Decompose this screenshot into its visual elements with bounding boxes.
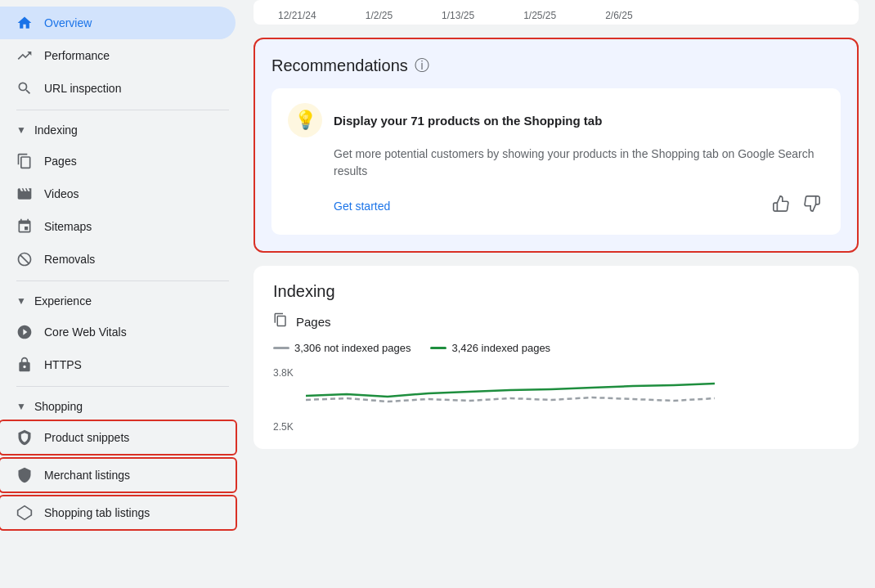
legend-dash-green bbox=[430, 347, 446, 349]
rec-description: Get more potential customers by showing … bbox=[288, 146, 824, 180]
chart-svg bbox=[306, 367, 839, 431]
search-icon bbox=[16, 80, 33, 97]
sitemap-icon bbox=[16, 218, 33, 235]
sidebar-item-product-snippets[interactable]: Product snippets bbox=[0, 421, 236, 454]
legend-label-indexed: 3,426 indexed pages bbox=[451, 342, 550, 354]
sidebar: Overview Performance URL inspection ▼ In… bbox=[0, 0, 245, 588]
get-started-link[interactable]: Get started bbox=[334, 200, 390, 213]
shopping-tab-listings-icon bbox=[16, 505, 33, 521]
sidebar-section-indexing[interactable]: ▼ Indexing bbox=[0, 115, 245, 145]
date-label-0: 12/21/24 bbox=[278, 10, 316, 21]
pages-icon bbox=[273, 312, 288, 330]
sidebar-item-shopping-tab-listings[interactable]: Shopping tab listings bbox=[0, 496, 236, 529]
recommendation-item: 💡 Display your 71 products on the Shoppi… bbox=[271, 88, 841, 235]
sidebar-label-performance: Performance bbox=[44, 49, 110, 62]
divider-2 bbox=[16, 281, 229, 281]
chart-area: 3.8K 2.5K bbox=[273, 367, 839, 433]
legend-row: 3,306 not indexed pages 3,426 indexed pa… bbox=[273, 342, 839, 354]
recommendations-title-text: Recommendations bbox=[271, 56, 408, 75]
rec-actions bbox=[769, 191, 824, 220]
date-label-3: 1/25/25 bbox=[523, 10, 556, 21]
trending-up-icon bbox=[16, 47, 33, 64]
legend-label-not-indexed: 3,306 not indexed pages bbox=[294, 342, 411, 354]
experience-section-label: Experience bbox=[34, 294, 92, 307]
product-snippets-icon bbox=[16, 429, 33, 446]
legend-dash-gray bbox=[273, 347, 289, 349]
date-bar: 12/21/24 1/2/25 1/13/25 1/25/25 2/6/25 bbox=[254, 0, 859, 25]
sidebar-label-shopping-tab-listings: Shopping tab listings bbox=[44, 506, 150, 519]
video-icon bbox=[16, 186, 33, 202]
sidebar-item-sitemaps[interactable]: Sitemaps bbox=[0, 210, 236, 243]
sidebar-label-overview: Overview bbox=[44, 16, 92, 29]
date-label-2: 1/13/25 bbox=[442, 10, 474, 21]
sidebar-label-videos: Videos bbox=[44, 187, 79, 200]
sidebar-section-shopping[interactable]: ▼ Shopping bbox=[0, 392, 245, 421]
shopping-section-label: Shopping bbox=[34, 400, 83, 413]
indexing-section-label: Indexing bbox=[34, 123, 78, 137]
sidebar-item-url-inspection[interactable]: URL inspection bbox=[0, 72, 236, 105]
sidebar-label-removals: Removals bbox=[44, 253, 95, 266]
rec-footer: Get started bbox=[288, 191, 824, 220]
sidebar-item-pages[interactable]: Pages bbox=[0, 145, 236, 177]
gauge-icon bbox=[16, 324, 33, 340]
chart-value-top: 3.8K bbox=[273, 367, 294, 379]
rec-icon-circle: 💡 bbox=[288, 103, 322, 137]
indexing-title: Indexing bbox=[273, 282, 839, 301]
sidebar-item-removals[interactable]: Removals bbox=[0, 243, 236, 276]
sidebar-label-core-web-vitals: Core Web Vitals bbox=[44, 325, 127, 339]
sidebar-label-sitemaps: Sitemaps bbox=[44, 220, 92, 233]
sidebar-label-product-snippets: Product snippets bbox=[44, 431, 129, 444]
rec-title: Display your 71 products on the Shopping… bbox=[334, 114, 602, 128]
chart-value-bottom: 2.5K bbox=[273, 421, 294, 433]
chevron-down-icon-3: ▼ bbox=[16, 401, 26, 412]
sidebar-label-url-inspection: URL inspection bbox=[44, 82, 121, 95]
sidebar-section-experience[interactable]: ▼ Experience bbox=[0, 286, 245, 316]
legend-item-not-indexed: 3,306 not indexed pages bbox=[273, 342, 411, 354]
sidebar-item-overview[interactable]: Overview bbox=[0, 7, 236, 39]
recommendations-header: Recommendations ⓘ bbox=[271, 56, 841, 75]
sidebar-item-videos[interactable]: Videos bbox=[0, 177, 236, 210]
date-labels: 12/21/24 1/2/25 1/13/25 1/25/25 2/6/25 bbox=[270, 10, 633, 21]
sidebar-label-https: HTTPS bbox=[44, 358, 82, 371]
legend-item-indexed: 3,426 indexed pages bbox=[430, 342, 550, 354]
sidebar-label-merchant-listings: Merchant listings bbox=[44, 469, 130, 482]
sidebar-label-pages: Pages bbox=[44, 155, 77, 168]
sidebar-item-core-web-vitals[interactable]: Core Web Vitals bbox=[0, 316, 236, 348]
svg-marker-0 bbox=[18, 506, 32, 520]
divider-1 bbox=[16, 110, 229, 110]
help-icon[interactable]: ⓘ bbox=[415, 56, 429, 75]
merchant-listings-icon bbox=[16, 467, 33, 483]
pages-row: Pages bbox=[273, 312, 839, 330]
chevron-down-icon: ▼ bbox=[16, 124, 26, 136]
main-content: 12/21/24 1/2/25 1/13/25 1/25/25 2/6/25 R… bbox=[245, 0, 875, 588]
rec-header: 💡 Display your 71 products on the Shoppi… bbox=[288, 103, 824, 137]
recommendations-card: Recommendations ⓘ 💡 Display your 71 prod… bbox=[254, 38, 859, 253]
thumbs-down-button[interactable] bbox=[800, 191, 824, 220]
date-label-1: 1/2/25 bbox=[366, 10, 393, 21]
file-copy-icon bbox=[16, 153, 33, 169]
lock-icon bbox=[16, 357, 33, 373]
thumbs-up-button[interactable] bbox=[769, 191, 793, 220]
chevron-down-icon-2: ▼ bbox=[16, 295, 26, 307]
date-label-4: 2/6/25 bbox=[605, 10, 632, 21]
pages-label: Pages bbox=[296, 315, 331, 329]
bulb-icon: 💡 bbox=[294, 110, 316, 131]
indexing-section: Indexing Pages 3,306 not indexed pages 3… bbox=[254, 266, 859, 449]
sidebar-item-performance[interactable]: Performance bbox=[0, 39, 236, 72]
removals-icon bbox=[16, 251, 33, 267]
sidebar-item-merchant-listings[interactable]: Merchant listings bbox=[0, 459, 236, 491]
home-icon bbox=[16, 15, 33, 31]
divider-3 bbox=[16, 386, 229, 387]
sidebar-item-https[interactable]: HTTPS bbox=[0, 348, 236, 381]
